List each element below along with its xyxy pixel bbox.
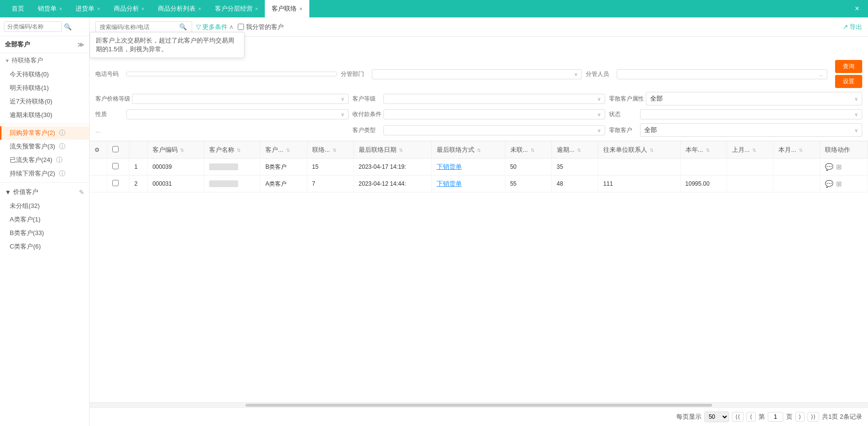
branch-person-select[interactable]: ... [617,69,827,79]
th-checkbox[interactable] [107,142,129,159]
th-code-sort[interactable]: ⇅ [180,147,184,153]
more-dots-1[interactable]: ... [95,127,101,134]
nav-customer-tier[interactable]: 客户分层经营 × [208,0,265,17]
td-last-contact-method-1[interactable]: 下销货单 [431,176,505,192]
th-last-month-sort[interactable]: ⇅ [752,147,756,153]
th-this-month[interactable]: 本月... ⇅ [774,142,820,159]
more-conditions-button[interactable]: ▽ 更多条件 ∧ [196,23,234,31]
td-last-contact-method-0[interactable]: 下销货单 [431,159,505,176]
sidebar-unclassified[interactable]: 未分组(32) [0,199,89,213]
status-select[interactable]: ∨ [640,109,862,119]
sidebar-today-pending[interactable]: 今天待联络(0) [0,68,89,81]
gender-select[interactable]: ∨ [126,109,349,119]
nav-sales[interactable]: 销货单 × [31,0,69,17]
export-button[interactable]: ↗ 导出 [843,23,862,31]
th-contact[interactable]: 联络... ⇅ [307,142,353,159]
action-more-icon-1[interactable]: ⊞ [836,180,842,188]
nav-sales-close[interactable]: × [59,6,62,12]
next-page-button[interactable]: ⟩ [795,412,805,422]
value-customers-header[interactable]: ▼ 价值客户 ✎ [0,185,89,199]
th-last-contact-method[interactable]: 最后联络方式 ⇅ [431,142,505,159]
action-chat-icon-0[interactable]: 💬 [825,163,833,171]
sidebar-search-input[interactable] [4,21,62,32]
th-contact-sort[interactable]: ⇅ [333,147,336,153]
last-page-button[interactable]: ⟩⟩ [807,412,819,422]
horizontal-scrollbar[interactable] [90,402,868,407]
nav-analysis-close[interactable]: × [141,6,144,12]
th-name-sort[interactable]: ⇅ [237,147,241,153]
sidebar-week-pending[interactable]: 近7天待联络(0) [0,95,89,108]
nav-customer-tier-close[interactable]: × [255,6,258,12]
my-customers-checkbox[interactable] [238,24,244,30]
sidebar-class-c[interactable]: C类客户(6) [0,240,89,253]
nav-purchase[interactable]: 进货单 × [69,0,107,17]
th-settings[interactable]: ⚙ [90,142,107,159]
th-this-month-sort[interactable]: ⇅ [799,147,803,153]
th-this-year[interactable]: 本年... ⇅ [680,142,727,159]
last-contact-method-link-0[interactable]: 下销货单 [437,163,462,170]
select-all-checkbox[interactable] [112,146,119,152]
customer-type-select[interactable]: ∨ [383,125,606,135]
th-last-contact-method-sort[interactable]: ⇅ [477,147,481,153]
th-uncontacted-sort[interactable]: ⇅ [531,147,534,153]
price-level-select[interactable]: ∨ [132,94,349,104]
sidebar-class-b[interactable]: B类客户(33) [0,226,89,240]
value-customers-edit-icon[interactable]: ✎ [79,189,84,196]
th-unit-contact[interactable]: 往来单位联系人 ⇅ [598,142,680,159]
nav-analysis-list[interactable]: 商品分析列表 × [151,0,208,17]
action-more-icon-0[interactable]: ⊞ [836,163,842,171]
nav-analysis-list-close[interactable]: × [198,6,201,12]
gender-chevron: ∨ [341,112,344,117]
sidebar-overdue-pending[interactable]: 逾期未联络(30) [0,108,89,122]
nav-customer-contact[interactable]: 客户联络 × [265,0,309,17]
payment-select[interactable]: ∨ [383,109,606,119]
th-name[interactable]: 客户名称 ⇅ [204,142,260,159]
th-type-sort[interactable]: ⇅ [286,147,290,153]
last-contact-method-link-1[interactable]: 下销货单 [437,180,462,187]
sidebar-already-lost[interactable]: 已流失客户(24) ⓘ [0,153,89,167]
nav-home[interactable]: 首页 [5,0,31,17]
phone-input[interactable] [126,72,337,76]
retail-customer-select[interactable]: 全部 ∨ [640,123,862,137]
th-this-year-sort[interactable]: ⇅ [706,147,710,153]
prev-page-button[interactable]: ⟨ [746,412,756,422]
scrollbar-thumb[interactable] [245,404,713,407]
td-checkbox-1[interactable] [107,176,129,192]
th-overdue[interactable]: 逾期... ⇅ [551,142,598,159]
th-uncontacted[interactable]: 未联... ⇅ [505,142,551,159]
th-code[interactable]: 客户编码 ⇅ [147,142,204,159]
th-last-contact-date[interactable]: 最后联络日期 ⇅ [353,142,431,159]
pending-contact-section[interactable]: ▼ 待联络客户 [0,53,89,68]
nav-purchase-close[interactable]: × [97,6,100,12]
row-checkbox-0[interactable] [112,163,119,169]
th-last-contact-date-sort[interactable]: ⇅ [399,147,403,153]
sidebar-collapse-icon[interactable]: ≫ [77,41,84,48]
sidebar-class-a[interactable]: A类客户(1) [0,213,89,226]
first-page-button[interactable]: ⟨⟨ [732,412,744,422]
query-button[interactable]: 查询 [835,60,862,73]
my-customers-checkbox-label[interactable]: 我分管的客户 [238,23,284,31]
retail-attr-select[interactable]: 全部 ∨ [646,92,862,105]
search-input[interactable] [100,24,177,30]
branch-dept-select[interactable]: ∨ [372,69,582,79]
th-type[interactable]: 客户... ⇅ [260,142,307,159]
settings-button[interactable]: 设置 [835,75,862,88]
page-size-select[interactable]: 50 100 [704,411,729,422]
sidebar-tomorrow-pending[interactable]: 明天待联络(1) [0,81,89,95]
td-checkbox-0[interactable] [107,159,129,176]
sidebar-search-icon[interactable]: 🔍 [64,23,72,30]
sidebar-repurchase-abnormal[interactable]: 回购异常客户(2) ⓘ [0,126,89,140]
customer-level-select[interactable]: ∨ [383,94,606,104]
window-close-button[interactable]: × [851,4,863,13]
th-overdue-sort[interactable]: ⇅ [577,147,581,153]
sidebar-continuous-drop[interactable]: 持续下滑客户(2) ⓘ [0,167,89,180]
nav-customer-contact-close[interactable]: × [299,6,302,12]
th-last-month[interactable]: 上月... ⇅ [727,142,773,159]
action-chat-icon-1[interactable]: 💬 [825,180,833,188]
toolbar-search-icon[interactable]: 🔍 [179,23,187,30]
th-unit-contact-sort[interactable]: ⇅ [650,147,654,153]
sidebar-lost-warning[interactable]: 流失预警客户(3) ⓘ [0,140,89,153]
nav-analysis[interactable]: 商品分析 × [107,0,151,17]
page-input[interactable] [768,412,783,422]
row-checkbox-1[interactable] [112,180,119,186]
